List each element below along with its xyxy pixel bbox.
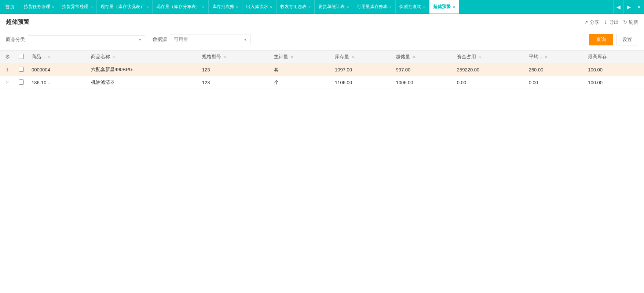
nav-tab-5[interactable]: 出入库流水 × [242,0,276,14]
nav-prev-button[interactable]: ◀ [613,0,623,14]
nav-tab-close-5[interactable]: × [270,5,272,9]
row-product-name-1: 六配套新昌490BPG [87,63,198,76]
row-select-2[interactable] [19,79,24,85]
col-overstock[interactable]: 超储量 ⇅ [392,51,453,63]
share-label: 分享 [590,19,599,26]
row-avg-1: 260.00 [525,63,585,76]
nav-tab-label-5: 出入库流水 [246,4,268,10]
nav-tab-close-4[interactable]: × [236,5,238,9]
nav-tab-6[interactable]: 收发存汇总表 × [277,0,315,14]
select-all-checkbox[interactable] [19,54,24,59]
category-label: 商品分类 [6,36,25,43]
nav-tab-close-3[interactable]: × [202,5,204,9]
col-product-name[interactable]: 商品名称 ⇅ [87,51,198,63]
nav-next-button[interactable]: ▶ [623,0,634,14]
sort-icon-overstock: ⇅ [413,55,416,59]
category-select[interactable]: ▾ [28,35,145,44]
table-container: ⚙ 商品... ⇅ 商品名称 ⇅ 规格型号 ⇅ [0,50,644,89]
row-stock-1: 1097.00 [331,63,392,76]
row-avg-2: 0.00 [525,76,585,89]
nav-tab-8[interactable]: 可用量库存账本 × [353,0,396,14]
share-button[interactable]: ➚ 分享 [584,19,599,26]
sort-icon-stock: ⇅ [352,55,355,59]
row-checkbox-1[interactable] [15,63,28,76]
nav-tab-4[interactable]: 库存批次账 × [209,0,242,14]
nav-tab-close-6[interactable]: × [308,5,311,9]
col-capital[interactable]: 资金占用 ⇅ [453,51,525,63]
nav-tab-label-2: 现存量（库存状况表） [100,4,144,10]
row-capital-1: 259220.00 [453,63,525,76]
nav-tab-label-8: 可用量库存账本 [357,4,388,10]
chevron-down-icon: ▾ [139,37,141,42]
nav-tab-1[interactable]: 拣货异常处理 × [58,0,96,14]
export-icon: ⇓ [604,19,608,25]
page-title: 超储预警 [6,18,29,26]
table-header-row: ⚙ 商品... ⇅ 商品名称 ⇅ 规格型号 ⇅ [0,51,644,63]
export-button[interactable]: ⇓ 导出 [604,19,619,26]
nav-tab-close-0[interactable]: × [52,5,54,9]
nav-tab-label-1: 拣货异常处理 [62,4,88,10]
row-overstock-1: 997.00 [392,63,453,76]
col-avg[interactable]: 平均... ⇅ [525,51,585,63]
row-max-stock-1: 100.00 [584,63,644,76]
nav-tab-label-7: 要货单统计表 [318,4,345,10]
filter-actions: 查询 设置 [589,34,638,45]
col-product-code-label: 商品... [32,54,45,59]
row-num-2: 2 [0,76,15,89]
datasource-filter: 数据源 可用量 ▾ [153,34,250,45]
col-avg-label: 平均... [529,54,542,59]
nav-tab-close-2[interactable]: × [146,5,149,9]
col-product-code[interactable]: 商品... ⇅ [28,51,87,63]
settings-button[interactable]: 设置 [616,34,638,45]
share-icon: ➚ [584,19,588,25]
col-stock-label: 库存量 [335,54,349,59]
row-product-code-1: 0000004 [28,63,87,76]
col-settings: ⚙ [0,51,15,63]
nav-close-button[interactable]: × [634,0,644,14]
nav-tab-close-8[interactable]: × [389,5,392,9]
table-row: 2 186-10... 机油滤清器 123 个 1106.00 1006.00 … [0,76,644,89]
col-capital-label: 资金占用 [457,54,476,59]
nav-tab-3[interactable]: 现存量（库存分布表） × [153,0,208,14]
nav-tab-label-9: 保质期查询 [399,4,421,10]
page-header: 超储预警 ➚ 分享 ⇓ 导出 ↻ 刷新 [0,14,644,29]
nav-tab-close-1[interactable]: × [90,5,92,9]
row-select-1[interactable] [19,67,24,72]
sort-icon-product-name: ⇅ [112,55,115,59]
nav-tab-close-7[interactable]: × [347,5,349,9]
export-label: 导出 [609,19,619,26]
nav-tab-label-10: 超储预警 [433,4,451,10]
nav-tab-7[interactable]: 要货单统计表 × [315,0,353,14]
nav-tab-close-10[interactable]: × [453,5,455,9]
gear-icon[interactable]: ⚙ [5,53,10,60]
row-max-stock-2: 100.00 [584,76,644,89]
row-checkbox-2[interactable] [15,76,28,89]
nav-arrows: ◀ ▶ × [613,0,644,14]
nav-home[interactable]: 首页 [0,0,20,14]
col-max-stock[interactable]: 最高库存 [584,51,644,63]
col-unit[interactable]: 主计量 ⇅ [270,51,331,63]
row-num-1: 1 [0,63,15,76]
col-spec-label: 规格型号 [202,54,221,59]
category-filter: 商品分类 ▾ [6,35,145,44]
datasource-select[interactable]: 可用量 ▾ [170,34,250,45]
refresh-button[interactable]: ↻ 刷新 [623,19,638,26]
sort-icon-product-code: ⇅ [47,55,50,59]
nav-tab-0[interactable]: 拣货任务管理 × [20,0,58,14]
sort-icon-avg: ⇅ [545,55,548,59]
row-product-code-2: 186-10... [28,76,87,89]
refresh-label: 刷新 [629,19,638,26]
sort-icon-spec: ⇅ [223,55,226,59]
nav-tab-10[interactable]: 超储预警 × [429,0,459,14]
query-button[interactable]: 查询 [589,34,613,45]
nav-tab-9[interactable]: 保质期查询 × [396,0,429,14]
row-unit-2: 个 [270,76,331,89]
nav-tab-close-9[interactable]: × [423,5,425,9]
sort-icon-unit: ⇅ [290,55,293,59]
row-unit-1: 套 [270,63,331,76]
col-stock[interactable]: 库存量 ⇅ [331,51,392,63]
col-spec[interactable]: 规格型号 ⇅ [198,51,270,63]
col-unit-label: 主计量 [274,54,288,59]
nav-tab-2[interactable]: 现存量（库存状况表） × [97,0,153,14]
col-max-stock-label: 最高库存 [588,54,607,59]
